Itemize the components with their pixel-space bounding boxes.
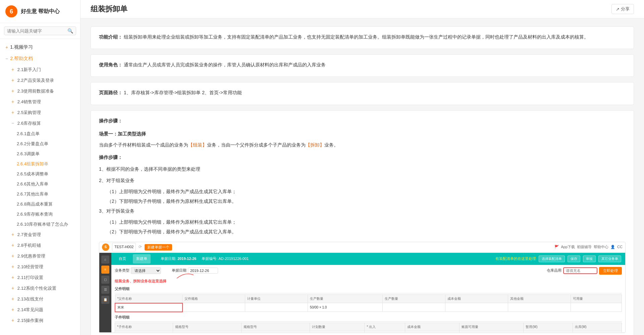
sidebar-item-new-user[interactable]: + 2.1新手入门: [0, 64, 80, 75]
td-unit-1: [245, 303, 308, 312]
sidebar-item-sales[interactable]: + 2.4销售管理: [0, 97, 80, 107]
plus-icon: +: [11, 318, 14, 323]
select-bom-btn[interactable]: 选择装配清单: [539, 256, 565, 262]
sync-icon: ⟳: [139, 243, 142, 251]
app-sidebar-icon-active[interactable]: ≡: [101, 266, 109, 274]
scenario1-desc: 当由多个子件材料组装成一个成品的业务为【组装】业务，当由一个父件拆分成多个子产品…: [99, 141, 626, 149]
sidebar-item-mobile[interactable]: + 2.8手机旺铺: [0, 240, 80, 251]
sidebar-item-system[interactable]: + 2.12系统个性化设置: [0, 283, 80, 294]
td-parent-name-1: 米米: [115, 303, 182, 312]
confirm-btn[interactable]: 立即处理: [599, 267, 622, 275]
role-label: 使用角色：: [99, 62, 122, 67]
intro-card: 功能介绍： 组装拆卸单用来处理企业组装或拆卸等加工业务，支持有固定装配清单的产品…: [91, 26, 634, 49]
sidebar-item-stock-fix[interactable]: 2.6.10库存账本错了怎么办: [0, 219, 80, 229]
lower-table: *子件名称 规格型号 规格型号 计划数量 * 出入 成本金额 账面可用量 暂用(…: [115, 323, 622, 332]
path-card: 页面路径： 1、库存核算->库存管理->组装拆卸单 2、首页->常用功能: [91, 82, 634, 105]
app-logo-sm: 6: [102, 243, 109, 251]
app-sidebar-icon-2[interactable]: ◻: [101, 276, 109, 284]
step-3-1: （1）上部明细为父件明细，最终作为原材料生成其它出库单；: [107, 218, 626, 226]
guide-link[interactable]: 初级辅导: [577, 244, 592, 250]
td-temp-1: [524, 331, 573, 332]
plus-icon: +: [11, 77, 14, 83]
lower-table-row-1: 票据 1 测试规格 a1 测试规格 a1 (50×1×4) 30.00 0.00…: [115, 331, 622, 332]
warehouse-input[interactable]: [564, 268, 597, 274]
app-form-header: 自页 新建单 单据日期: 2019-12-26 单据编号: AD-2019122…: [111, 253, 625, 265]
th-plan-qty: 计划数量: [310, 323, 364, 331]
th-unit: 计量单位: [245, 294, 308, 303]
th-out-qty: 出库(M): [573, 323, 622, 331]
sidebar-nav: + 1.视频学习 − 2.帮助文档 + 2.1新手入门 + 2.2产品安装及登录: [0, 39, 80, 335]
minus-icon: −: [5, 56, 8, 61]
sidebar-item-management[interactable]: + 2.10经营管理: [0, 262, 80, 272]
sidebar-item-purchase[interactable]: + 2.5采购管理: [0, 107, 80, 118]
form-tab-new[interactable]: 新建单: [133, 254, 151, 264]
type-select[interactable]: 请选择 组装 拆卸: [131, 267, 161, 274]
upper-table-row-1: 米米 50/00 × 1.0: [115, 303, 622, 312]
app-sidebar-icon-4[interactable]: 📋: [101, 296, 109, 304]
sidebar-item-stock-count[interactable]: 2.6.1盘点单: [0, 129, 80, 139]
app-sidebar-icon-3[interactable]: ☰: [101, 286, 109, 294]
td-avail-1: 0.00: [459, 331, 524, 332]
th-book-avail: 账面可用量: [459, 323, 524, 331]
form-tab-list[interactable]: 自页: [115, 254, 129, 264]
share-button[interactable]: ↗ 分享: [611, 4, 634, 14]
td-out-1: [573, 331, 622, 332]
app-main-area: 自页 新建单 单据日期: 2019-12-26 单据编号: AD-2019122…: [111, 253, 625, 332]
app-download-link[interactable]: App下载: [561, 244, 575, 250]
sidebar-item-label: 1.视频学习: [10, 44, 33, 50]
sidebar-item-inventory[interactable]: − 2.6库存核算: [0, 118, 80, 129]
intro-content: 组装拆卸单用来处理企业组装或拆卸等加工业务，支持有固定装配清单的产品加工业务，也…: [124, 34, 589, 40]
warehouse-label: 仓库品用: [547, 267, 561, 274]
sidebar-item-print[interactable]: + 2.11打印设置: [0, 272, 80, 283]
review-btn[interactable]: 审核: [583, 256, 596, 262]
sidebar-item-cases[interactable]: + 2.15操作案例: [0, 315, 80, 326]
td-child-name-1: 票据 1: [115, 331, 173, 332]
sidebar-item-payment[interactable]: + 2.13在线支付: [0, 294, 80, 304]
sidebar-item-faq[interactable]: + 2.14常见问题: [0, 304, 80, 315]
save-btn[interactable]: 保存: [568, 256, 580, 262]
warehouse-area: 仓库品用 立即处理 启用处理: [547, 267, 622, 275]
plus-icon: +: [11, 285, 14, 291]
td-prod-qty2-1: [383, 303, 445, 312]
search-box[interactable]: 🔍: [4, 26, 76, 35]
sidebar-item-assembly[interactable]: 2.6.4组装拆卸单: [0, 159, 80, 169]
sidebar-item-transfer[interactable]: 2.6.3调拨单: [0, 149, 80, 159]
sidebar-item-other-out[interactable]: 2.6.7其他出库单: [0, 189, 80, 199]
upper-table-label: 父件明细: [115, 286, 622, 293]
annotation-left-text: 组装业务、拆卸业务在这里选择: [115, 279, 166, 283]
td-other-1: [508, 303, 571, 312]
page-header: 组装拆卸单 ↗ 分享: [80, 0, 644, 18]
path-content: 1、库存核算->库存管理->组装拆卸单 2、首页->常用功能: [124, 90, 242, 95]
role-content: 通常由生产人员或库管人员完成拆装业务的操作，库管人员确认原材料的出库和产成品的入…: [124, 62, 326, 67]
sidebar-item-video[interactable]: + 1.视频学习: [0, 42, 80, 53]
sidebar-item-other-in[interactable]: 2.6.6其他入库单: [0, 179, 80, 189]
app-sidebar-icon-home[interactable]: ⌂: [101, 256, 109, 264]
search-icon[interactable]: 🔍: [67, 28, 73, 34]
sidebar-item-cost-adjust[interactable]: 2.6.5成本调整单: [0, 169, 80, 179]
plus-icon: +: [11, 253, 14, 259]
sidebar-item-stock-book[interactable]: 2.6.9库存账本查询: [0, 209, 80, 219]
td-avail-1: [571, 303, 622, 312]
ops-title-2: 操作步骤：: [99, 153, 626, 162]
sidebar-sub-items-help: + 2.1新手入门 + 2.2产品安装及登录 + 2.3使用前数据准备 + 2.…: [0, 64, 80, 326]
app-topbar: 6 TEST-H002 ⟳ 新建单据一个 🚩 App下载 初级辅导 帮助中心 👤…: [99, 242, 625, 253]
sidebar-item-data-prep[interactable]: + 2.3使用前数据准备: [0, 86, 80, 97]
help-link[interactable]: 帮助中心: [594, 244, 608, 250]
sidebar-item-install[interactable]: + 2.2产品安装及登录: [0, 75, 80, 86]
td-inout-1: 30.00: [365, 331, 405, 332]
other-btn[interactable]: 其它业务单: [598, 256, 621, 262]
sidebar-item-finance[interactable]: + 2.7资金管理: [0, 229, 80, 240]
search-input[interactable]: [7, 29, 67, 34]
sidebar-item-coupon[interactable]: + 2.9优惠券管理: [0, 251, 80, 262]
plus-icon: +: [11, 264, 14, 269]
th-other-amount: 其他金额: [508, 294, 571, 303]
sidebar-item-partial-stock[interactable]: 2.6.2分量盘点单: [0, 139, 80, 149]
td-spec1-1: 测试规格 a1: [173, 331, 241, 332]
th-cost-amt: 成本金额: [405, 323, 459, 331]
share-icon: ↗: [616, 7, 620, 12]
plus-icon: +: [11, 275, 14, 280]
new-doc-button[interactable]: 新建单据一个: [145, 244, 172, 250]
sidebar-item-cost-recalc[interactable]: 2.6.8商品成本重算: [0, 199, 80, 209]
scenario1-title: 场景一：加工类型选择: [99, 130, 626, 138]
sidebar-item-help-docs[interactable]: − 2.帮助文档: [0, 53, 80, 64]
